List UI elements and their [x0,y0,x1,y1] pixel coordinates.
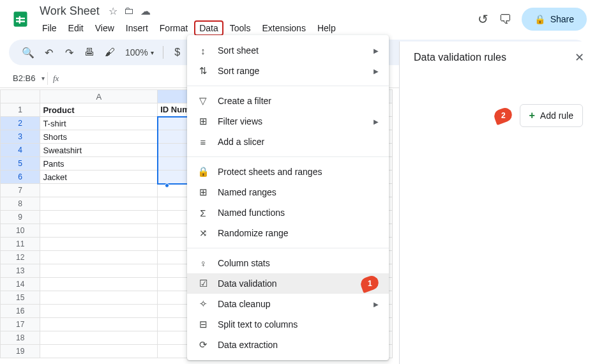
undo-icon[interactable]: ↶ [40,43,57,61]
lock-icon: 🔒 [534,14,545,24]
menu-edit[interactable]: Edit [63,20,89,36]
cell-A15[interactable] [40,291,158,305]
cloud-icon[interactable]: ☁ [140,5,151,17]
menu-item-column stats[interactable]: ♀ Column stats [187,253,389,273]
move-icon[interactable]: 🗀 [124,5,134,17]
share-button[interactable]: 🔒 Share [522,8,587,31]
randomize-icon: ⤨ [197,227,209,239]
row-header-15[interactable]: 15 [1,291,40,305]
named-ranges-icon: ⊞ [197,186,209,198]
data-cleanup-icon: ✧ [197,298,209,310]
menu-separator [187,156,389,157]
data-validation-icon: ☑ [197,278,209,289]
search-icon[interactable]: 🔍 [19,43,37,61]
star-icon[interactable]: ☆ [109,5,117,17]
row-header-7[interactable]: 7 [1,184,40,197]
close-icon[interactable]: ✕ [575,50,584,64]
cell-A2[interactable]: T-shirt [40,117,158,130]
paint-format-icon[interactable]: 🖌 [101,43,119,61]
cell-A19[interactable] [40,345,158,358]
select-all-corner[interactable] [1,90,40,103]
menu-item-sort sheet[interactable]: ↕ Sort sheet ▶ [187,40,389,61]
row-header-4[interactable]: 4 [1,144,40,157]
menu-extensions[interactable]: Extensions [257,20,310,36]
chevron-down-icon: ▾ [42,75,45,82]
doc-title[interactable]: Work Sheet [37,3,102,19]
cell-A5[interactable]: Pants [40,157,158,171]
row-header-3[interactable]: 3 [1,130,40,144]
cell-A11[interactable] [40,238,158,251]
print-icon[interactable]: 🖶 [80,43,98,61]
row-header-6[interactable]: 6 [1,171,40,184]
cell-A12[interactable] [40,251,158,264]
menu-item-add a slicer[interactable]: ≡ Add a slicer [187,132,389,152]
row-header-12[interactable]: 12 [1,251,40,264]
annotation-badge-2: 2 [494,109,512,123]
cell-A8[interactable] [40,197,158,211]
menu-item-data cleanup[interactable]: ✧ Data cleanup ▶ [187,294,389,314]
zoom-select[interactable]: 100% ▾ [121,47,158,57]
menu-file[interactable]: File [37,20,62,36]
submenu-arrow-icon: ▶ [374,68,379,75]
menu-item-split text to columns[interactable]: ⊟ Split text to columns [187,314,389,335]
menu-item-create a filter[interactable]: ▽ Create a filter [187,91,389,111]
cell-A1[interactable]: Product [40,103,158,117]
cell-A13[interactable] [40,264,158,278]
cell-A16[interactable] [40,305,158,318]
split-text-icon: ⊟ [197,319,209,330]
row-header-10[interactable]: 10 [1,224,40,238]
add-rule-button[interactable]: + Add rule [520,104,584,127]
sheets-logo[interactable] [10,9,31,29]
menu-item-label: Named functions [218,208,379,218]
menu-item-label: Randomize range [218,228,379,238]
row-header-1[interactable]: 1 [1,103,40,117]
cell-A4[interactable]: Sweatshirt [40,144,158,157]
menu-item-named ranges[interactable]: ⊞ Named ranges [187,182,389,202]
row-header-5[interactable]: 5 [1,157,40,171]
row-header-13[interactable]: 13 [1,264,40,278]
row-header-8[interactable]: 8 [1,197,40,211]
sort-sheet-icon: ↕ [197,45,209,56]
menu-format[interactable]: Format [155,20,193,36]
menu-item-sort range[interactable]: ⇅ Sort range ▶ [187,61,389,81]
row-header-14[interactable]: 14 [1,278,40,291]
menu-item-randomize range[interactable]: ⤨ Randomize range [187,223,389,243]
menu-item-label: Split text to columns [218,319,379,330]
menu-tools[interactable]: Tools [225,20,256,36]
cell-A7[interactable] [40,184,158,197]
cell-A10[interactable] [40,224,158,238]
add-rule-label: Add rule [540,110,573,121]
row-header-17[interactable]: 17 [1,318,40,331]
cell-A3[interactable]: Shorts [40,130,158,144]
row-header-18[interactable]: 18 [1,331,40,345]
menu-data[interactable]: Data [194,20,223,36]
row-header-16[interactable]: 16 [1,305,40,318]
fx-icon: fx [53,73,59,84]
redo-icon[interactable]: ↷ [60,43,78,61]
cell-A17[interactable] [40,318,158,331]
comment-icon[interactable]: 🗨 [499,12,511,27]
menu-view[interactable]: View [90,20,119,36]
menu-item-data validation[interactable]: ☑ Data validation 1 [187,273,389,294]
row-header-11[interactable]: 11 [1,238,40,251]
selection-handle[interactable] [165,183,169,188]
name-box[interactable]: B2:B6 ▾ [9,72,47,84]
history-icon[interactable]: ↺ [478,11,488,27]
row-header-19[interactable]: 19 [1,345,40,358]
menu-item-named functions[interactable]: Σ Named functions [187,202,389,223]
menu-item-data extraction[interactable]: ⟳ Data extraction [187,335,389,355]
currency-icon[interactable]: $ [169,43,186,61]
menu-item-protect sheets and ranges[interactable]: 🔒 Protect sheets and ranges [187,162,389,182]
row-header-2[interactable]: 2 [1,117,40,130]
cell-A18[interactable] [40,331,158,345]
data-extraction-icon: ⟳ [197,339,209,351]
menu-item-filter views[interactable]: ⊞ Filter views ▶ [187,111,389,132]
menu-insert[interactable]: Insert [121,20,153,36]
cell-A6[interactable]: Jacket [40,171,158,184]
row-header-9[interactable]: 9 [1,211,40,224]
cell-A14[interactable] [40,278,158,291]
col-header-A[interactable]: A [40,90,158,103]
column-stats-icon: ♀ [197,258,209,269]
menu-help[interactable]: Help [312,20,341,36]
cell-A9[interactable] [40,211,158,224]
